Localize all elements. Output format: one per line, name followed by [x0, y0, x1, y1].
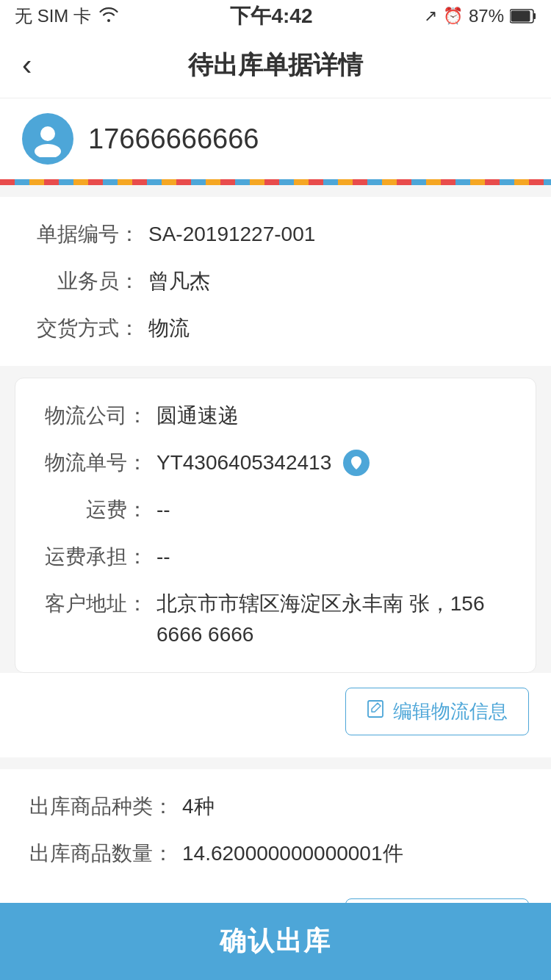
freight-label: 运费：	[37, 494, 148, 525]
svg-point-3	[40, 126, 55, 141]
freight-bearer-label: 运费承担：	[37, 541, 148, 572]
tracking-no-value: YT4306405342413	[156, 447, 514, 478]
salesperson-row: 业务员： 曾凡杰	[29, 266, 522, 297]
status-right: ↗ ⏰ 87%	[424, 6, 536, 26]
nav-bar: ‹ 待出库单据详情	[0, 32, 551, 98]
goods-type-label: 出库商品种类：	[29, 791, 173, 822]
svg-point-4	[35, 144, 61, 157]
confirm-btn-container[interactable]: 确认出库	[0, 903, 551, 980]
goods-type-value: 4种	[182, 791, 522, 822]
address-label: 客户地址：	[37, 588, 148, 619]
avatar	[22, 113, 73, 165]
dashed-divider	[0, 179, 551, 185]
order-no-label: 单据编号：	[29, 219, 140, 250]
battery-text: 87%	[469, 6, 504, 26]
delivery-method-label: 交货方式：	[29, 313, 140, 344]
freight-row: 运费： --	[37, 494, 514, 525]
svg-rect-2	[511, 11, 530, 22]
section-divider-1	[0, 757, 551, 769]
goods-quantity-label: 出库商品数量：	[29, 838, 173, 869]
battery-icon	[510, 9, 536, 24]
alarm-icon: ⏰	[443, 7, 463, 26]
goods-type-row: 出库商品种类： 4种	[29, 791, 522, 822]
back-button[interactable]: ‹	[22, 48, 32, 82]
status-left: 无 SIM 卡	[15, 4, 119, 28]
goods-quantity-row: 出库商品数量： 14.620000000000001件	[29, 838, 522, 869]
status-time: 下午4:42	[230, 2, 312, 30]
delivery-method-row: 交货方式： 物流	[29, 313, 522, 344]
order-no-row: 单据编号： SA-20191227-001	[29, 219, 522, 250]
svg-rect-6	[368, 701, 383, 717]
address-row: 客户地址： 北京市市辖区海淀区永丰南 张，156 6666 6666	[37, 588, 514, 650]
tracking-no-label: 物流单号：	[37, 447, 148, 478]
freight-value: --	[156, 494, 514, 525]
svg-rect-1	[533, 13, 536, 19]
wifi-icon	[98, 6, 119, 26]
edit-icon	[367, 699, 386, 724]
edit-logistics-label: 编辑物流信息	[393, 699, 508, 724]
logistics-card: 物流公司： 圆通速递 物流单号： YT4306405342413 运费： --	[15, 378, 536, 673]
logistics-company-row: 物流公司： 圆通速递	[37, 400, 514, 431]
location-status-icon: ↗	[424, 7, 437, 26]
salesperson-label: 业务员：	[29, 266, 140, 297]
tracking-location-icon[interactable]	[343, 450, 370, 476]
order-no-value: SA-20191227-001	[148, 219, 522, 250]
address-value: 北京市市辖区海淀区永丰南 张，156 6666 6666	[156, 588, 514, 650]
carrier-text: 无 SIM 卡	[15, 4, 91, 28]
confirm-btn-label: 确认出库	[220, 923, 331, 959]
customer-header: 17666666666	[0, 98, 551, 179]
freight-bearer-row: 运费承担： --	[37, 541, 514, 572]
tracking-no-row: 物流单号： YT4306405342413	[37, 447, 514, 478]
goods-section: 出库商品种类： 4种 出库商品数量： 14.620000000000001件	[0, 769, 551, 891]
goods-quantity-value: 14.620000000000001件	[182, 838, 522, 869]
status-bar: 无 SIM 卡 下午4:42 ↗ ⏰ 87%	[0, 0, 551, 32]
page-title: 待出库单据详情	[188, 48, 363, 82]
customer-phone: 17666666666	[88, 123, 259, 155]
edit-btn-row: 编辑物流信息	[0, 673, 551, 757]
delivery-method-value: 物流	[148, 313, 522, 344]
freight-bearer-value: --	[156, 541, 514, 572]
order-info-section: 单据编号： SA-20191227-001 业务员： 曾凡杰 交货方式： 物流	[0, 197, 551, 366]
logistics-company-label: 物流公司：	[37, 400, 148, 431]
salesperson-value: 曾凡杰	[148, 266, 522, 297]
edit-logistics-button[interactable]: 编辑物流信息	[345, 688, 529, 735]
logistics-company-value: 圆通速递	[156, 400, 514, 431]
